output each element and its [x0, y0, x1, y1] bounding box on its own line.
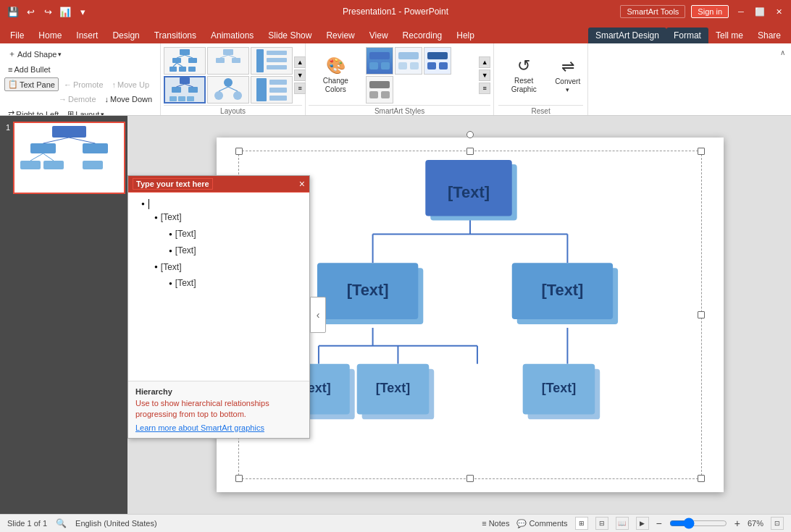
svg-rect-20	[172, 87, 181, 93]
tab-view[interactable]: View	[362, 28, 396, 43]
layouts-more[interactable]: ≡	[294, 83, 306, 94]
text-pane-close-button[interactable]: ×	[299, 179, 305, 189]
zoom-slider[interactable]	[669, 519, 727, 528]
bullet-icon: ≡	[8, 65, 12, 74]
tab-slideshow[interactable]: Slide Show	[261, 28, 319, 43]
layout-item-5[interactable]	[207, 76, 249, 104]
outline-item-3: ● [Text]	[169, 242, 301, 259]
close-button[interactable]: ✕	[772, 5, 785, 18]
svg-rect-33	[269, 80, 287, 85]
minimize-button[interactable]: ─	[734, 5, 748, 18]
comments-button[interactable]: 💬 Comments	[516, 519, 567, 528]
restore-button[interactable]: ⬜	[753, 5, 766, 18]
style-item-3[interactable]	[424, 47, 451, 75]
text-pane-footer: Hierarchy Use to show hierarchical relat…	[128, 381, 309, 438]
convert-dropdown-icon[interactable]: ▾	[566, 86, 569, 93]
selection-handle-mr[interactable]	[698, 311, 705, 318]
text-pane-button[interactable]: 📋 Text Pane	[4, 77, 59, 91]
notes-button[interactable]: ≡ Notes	[482, 519, 509, 528]
fit-slide-button-right[interactable]: ⊡	[771, 517, 784, 530]
add-shape-icon: ＋	[8, 48, 16, 59]
layout-item-2[interactable]	[207, 47, 249, 75]
svg-rect-16	[267, 51, 287, 55]
move-up-button[interactable]: ↑ Move Up	[109, 77, 154, 91]
redo-icon[interactable]: ↪	[41, 4, 55, 19]
style-item-1[interactable]	[366, 47, 393, 75]
move-down-button[interactable]: ↓ Move Down	[101, 93, 156, 106]
layout-dropdown-icon[interactable]: ▾	[101, 111, 104, 117]
svg-point-29	[233, 91, 242, 100]
selection-handle-tm[interactable]	[466, 148, 474, 155]
slide-thumbnail[interactable]	[13, 122, 125, 194]
tab-home[interactable]: Home	[31, 28, 69, 43]
demote-button[interactable]: → Demote	[55, 93, 100, 106]
tab-smartart-design[interactable]: SmartArt Design	[588, 28, 666, 43]
style-item-2[interactable]	[395, 47, 422, 75]
dropdown-icon[interactable]: ▾	[75, 4, 90, 19]
reading-view-button[interactable]: 📖	[616, 517, 629, 530]
right-to-left-button[interactable]: ⇄ Right to Left	[4, 107, 62, 116]
hierarchy-link[interactable]: Learn more about SmartArt graphics	[135, 423, 302, 432]
styles-more[interactable]: ≡	[479, 83, 490, 94]
change-colors-button[interactable]: 🎨 Change Colors	[309, 53, 362, 98]
tab-recording[interactable]: Recording	[396, 28, 450, 43]
convert-icon: ⇌	[561, 57, 574, 76]
layout-item-4[interactable]	[164, 76, 206, 104]
fit-slide-button[interactable]: 🔍	[56, 518, 67, 528]
slideshow-view-button[interactable]: ▶	[636, 517, 649, 530]
selection-handle-tl[interactable]	[235, 148, 243, 155]
tab-insert[interactable]: Insert	[69, 28, 105, 43]
promote-button[interactable]: ← Promote	[60, 77, 107, 91]
zoom-in-button[interactable]: +	[734, 518, 740, 528]
normal-view-button[interactable]: ⊞	[575, 517, 588, 530]
layout-item-1[interactable]	[164, 47, 206, 75]
style-item-4[interactable]	[366, 76, 393, 104]
smartart-tools-badge: SmartArt Tools	[620, 5, 685, 18]
tab-design[interactable]: Design	[105, 28, 146, 43]
presentation-icon[interactable]: 📊	[58, 4, 72, 19]
tab-review[interactable]: Review	[319, 28, 361, 43]
share-tab[interactable]: Share	[750, 28, 788, 43]
save-icon[interactable]: 💾	[6, 4, 20, 19]
styles-scroll-up[interactable]: ▲	[479, 56, 490, 68]
zoom-out-button[interactable]: −	[656, 518, 662, 528]
tab-help[interactable]: Help	[449, 28, 482, 43]
svg-rect-25	[178, 96, 185, 101]
styles-scroll-down[interactable]: ▼	[479, 69, 490, 81]
selection-handle-tr[interactable]	[698, 148, 705, 155]
rotation-handle[interactable]	[466, 131, 474, 138]
svg-line-56	[30, 153, 43, 161]
svg-line-30	[219, 87, 228, 91]
layout-button[interactable]: ⊞ Layout ▾	[64, 107, 108, 116]
layouts-scroll-down[interactable]: ▼	[294, 69, 306, 81]
add-shape-button[interactable]: ＋ Add Shape ▾	[4, 46, 65, 62]
text-pane-collapse-button[interactable]: ‹	[310, 297, 326, 333]
tab-transitions[interactable]: Transitions	[147, 28, 204, 43]
comments-icon: 💬	[516, 519, 527, 528]
app-body: 1 Type y	[0, 116, 791, 514]
tell-me-tab[interactable]: Tell me	[708, 28, 750, 43]
convert-button[interactable]: ⇌ Convert ▾	[552, 54, 583, 97]
tab-format[interactable]: Format	[666, 28, 708, 43]
outline-item-4: ● [Text]	[154, 259, 301, 276]
text-pane-content[interactable]: ● ● [Text] ● [Text] ● [Text] ● [Text]	[128, 193, 309, 381]
svg-rect-36	[369, 52, 390, 59]
layout-item-3[interactable]	[251, 47, 293, 75]
tab-animations[interactable]: Animations	[204, 28, 261, 43]
add-shape-dropdown-icon[interactable]: ▾	[58, 51, 62, 58]
tab-file[interactable]: File	[3, 28, 31, 43]
slide-sorter-button[interactable]: ⊟	[595, 517, 608, 530]
layouts-scroll-up[interactable]: ▲	[294, 56, 306, 68]
svg-line-57	[43, 153, 54, 161]
add-bullet-button[interactable]: ≡ Add Bullet	[4, 63, 54, 76]
reset-graphic-button[interactable]: ↺ Reset Graphic	[498, 53, 549, 98]
selection-handle-bl[interactable]	[235, 475, 243, 482]
collapse-ribbon-button[interactable]: ∧	[777, 46, 788, 58]
selection-handle-br[interactable]	[698, 475, 705, 482]
layout-item-6[interactable]	[251, 76, 293, 104]
undo-icon[interactable]: ↩	[23, 4, 38, 19]
rtl-icon: ⇄	[8, 109, 14, 116]
outline-item-2: ● [Text]	[169, 226, 301, 242]
selection-handle-bm[interactable]	[466, 475, 474, 482]
sign-in-button[interactable]: Sign in	[691, 5, 729, 18]
